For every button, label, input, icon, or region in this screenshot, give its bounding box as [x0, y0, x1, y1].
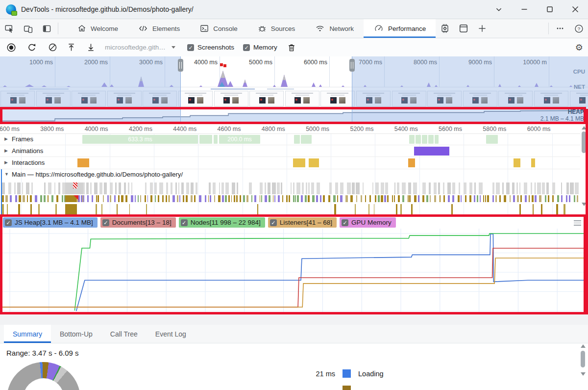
heap-overview-track[interactable]: HEAP 2.1 MB – 4.1 MB [0, 107, 588, 124]
memory-checkbox[interactable]: Memory [243, 44, 277, 51]
detail-scrollbar[interactable] [580, 124, 588, 216]
scrollbar-thumb[interactable] [581, 351, 585, 367]
frame-bar[interactable]: 633.3 ms [82, 135, 198, 144]
legend-swatch [343, 386, 351, 390]
overview-tick-line [274, 56, 275, 87]
overview-dim-right [352, 56, 588, 107]
dock-side-icon[interactable] [37, 19, 56, 38]
detail-tick: 5200 ms [336, 126, 373, 132]
load-profile-icon[interactable] [64, 40, 78, 55]
app-drawer-icon[interactable] [454, 19, 473, 38]
interaction-bar[interactable] [309, 158, 319, 167]
clear-icon[interactable] [45, 40, 60, 55]
bottom-tab-bottom-up[interactable]: Bottom-Up [51, 325, 101, 343]
close-icon[interactable] [563, 0, 588, 19]
expand-arrow-icon[interactable]: ▶ [4, 136, 8, 141]
memory-label: Memory [253, 44, 277, 51]
scroll-down-icon[interactable] [581, 372, 586, 376]
counter-chip[interactable]: JS Heap[3.1 MB – 4.1 MB] [3, 217, 98, 228]
counters-chart[interactable] [0, 229, 588, 312]
heap-track-label: HEAP [568, 108, 584, 115]
checkbox-checked-icon [102, 219, 109, 226]
counter-chip[interactable]: Documents[13 – 18] [100, 217, 176, 228]
detail-tick: 5800 ms [469, 126, 506, 132]
frame-bar[interactable] [409, 135, 415, 144]
interaction-bar[interactable] [77, 158, 89, 167]
legend-row-partial [300, 386, 351, 390]
interaction-bar[interactable] [408, 158, 415, 167]
interaction-bar[interactable] [531, 158, 535, 167]
interactions-track[interactable]: ▶ Interactions [0, 157, 580, 169]
bottom-tab-summary[interactable]: Summary [4, 325, 51, 343]
summary-scrollbar[interactable] [579, 344, 587, 390]
frame-bar[interactable] [428, 135, 434, 144]
gear-icon[interactable]: ⚙ [575, 42, 583, 53]
tab-network[interactable]: Network [305, 19, 364, 38]
trash-icon[interactable] [284, 40, 299, 55]
tab-console[interactable]: Console [190, 19, 247, 38]
counter-chip[interactable]: Listeners[41 – 68] [268, 217, 337, 228]
performance-icon [373, 24, 384, 33]
counter-chip-label: JS Heap[3.1 MB – 4.1 MB] [15, 219, 93, 226]
selection-left-handle[interactable] [178, 59, 183, 72]
dock-chevron-down-icon[interactable] [486, 0, 512, 19]
frame-bar[interactable] [294, 135, 300, 144]
collapse-arrow-icon[interactable]: ▼ [4, 172, 9, 177]
interaction-bar[interactable] [293, 158, 305, 167]
edge-devtools-logo-icon [6, 4, 16, 15]
memory-chip-icon[interactable] [436, 19, 454, 38]
profile-name[interactable]: microsoftedge.github.i... [105, 44, 169, 51]
counter-chip[interactable]: Nodes[11 998 – 22 984] [179, 217, 265, 228]
hamburger-icon[interactable] [574, 220, 581, 227]
expand-arrow-icon[interactable]: ▶ [4, 160, 8, 165]
frames-track[interactable]: ▶ Frames 633.3 ms200.0 ms [0, 133, 580, 145]
legend-value: 21 ms [300, 370, 335, 378]
detail-tick: 4400 ms [159, 126, 196, 132]
help-icon[interactable]: ? [569, 19, 588, 38]
frame-bar[interactable] [199, 135, 212, 144]
counter-chip-label: Documents[13 – 18] [112, 219, 172, 226]
scrollbar-thumb[interactable] [582, 131, 586, 153]
screenshots-checkbox[interactable]: Screenshots [187, 44, 234, 51]
maximize-icon[interactable] [537, 0, 563, 19]
frame-bar[interactable] [435, 135, 439, 144]
timeline-overview[interactable]: 1000 ms2000 ms3000 ms4000 ms5000 ms6000 … [0, 56, 588, 107]
selection-right-handle[interactable] [349, 59, 355, 72]
add-tab-plus-icon[interactable] [473, 19, 491, 38]
frame-bar[interactable] [486, 135, 498, 144]
main-flame-chart[interactable] [0, 181, 580, 216]
timeline-detail-pane[interactable]: 3600 ms3800 ms4000 ms4200 ms4400 ms4600 … [0, 124, 588, 216]
tab-label: Elements [152, 25, 180, 32]
frame-bar[interactable] [214, 135, 218, 144]
tab-elements[interactable]: Elements [128, 19, 190, 38]
panel-tabs: WelcomeElementsConsoleSourcesNetworkPerf… [67, 19, 436, 38]
interaction-bar[interactable] [514, 158, 520, 167]
record-icon[interactable] [4, 40, 19, 55]
tab-performance[interactable]: Performance [364, 19, 436, 38]
tab-sources[interactable]: Sources [247, 19, 305, 38]
minimize-icon[interactable] [512, 0, 537, 19]
dropdown-caret-icon[interactable] [169, 40, 178, 55]
animation-bar[interactable] [414, 147, 449, 156]
frame-bar[interactable] [416, 135, 421, 144]
checkbox-checked-icon [181, 219, 188, 226]
reload-record-icon[interactable] [24, 40, 39, 55]
bottom-tab-event-log[interactable]: Event Log [147, 325, 195, 343]
bottom-tab-call-tree[interactable]: Call Tree [101, 325, 147, 343]
device-emulation-icon[interactable] [19, 19, 37, 38]
scroll-down-icon[interactable] [582, 203, 587, 206]
frame-bar[interactable] [422, 135, 427, 144]
inspect-icon[interactable] [0, 19, 19, 38]
counter-chip[interactable]: GPU Memory [340, 217, 396, 228]
save-profile-icon[interactable] [83, 40, 98, 55]
expand-arrow-icon[interactable]: ▶ [4, 148, 8, 153]
network-icon [315, 24, 325, 33]
main-track-header[interactable]: ▼ Main — https://microsoftedge.github.io… [0, 169, 580, 181]
scroll-up-icon[interactable] [581, 344, 586, 348]
frame-bar[interactable] [301, 135, 312, 144]
frame-bar[interactable]: 200.0 ms [219, 135, 260, 144]
animations-track[interactable]: ▶ Animations [0, 145, 580, 157]
scroll-up-icon[interactable] [582, 126, 587, 130]
tab-welcome[interactable]: Welcome [67, 19, 128, 38]
more-menu-icon[interactable] [551, 19, 569, 38]
